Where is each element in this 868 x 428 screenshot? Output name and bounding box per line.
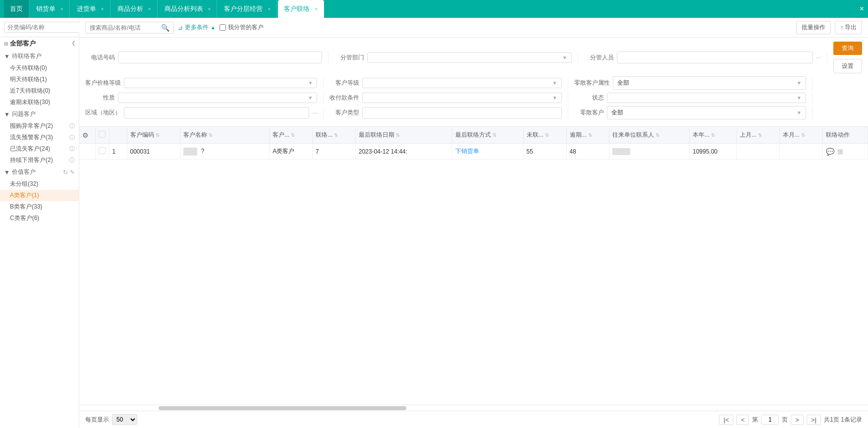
- sort-customer-name[interactable]: 客户名称 ⇅: [183, 131, 266, 139]
- filter-customer-level-select[interactable]: ▼: [362, 78, 561, 88]
- sidebar-item-today-pending[interactable]: 今天待联络(0): [0, 62, 79, 74]
- nav-tab-customer-segment[interactable]: 客户分层经营 ×: [218, 0, 277, 18]
- sort-last-month[interactable]: 上月... ⇅: [740, 131, 776, 139]
- filter-customer-type-input[interactable]: [362, 107, 561, 119]
- query-button[interactable]: 查询: [833, 42, 862, 55]
- sidebar-group-pending[interactable]: ▼ 待联络客户: [0, 50, 79, 62]
- main-search-icon[interactable]: 🔍: [161, 24, 169, 32]
- last-contact-method-link[interactable]: 下销货单: [455, 148, 479, 155]
- first-page-button[interactable]: |<: [719, 415, 733, 425]
- sidebar-group-value[interactable]: ▼ 价值客户 ↻ ✎: [0, 166, 79, 178]
- sidebar-item-hoarding-abnormal[interactable]: 囤购异常客户(2) ⓘ: [0, 120, 79, 132]
- scrollbar-thumb[interactable]: [159, 406, 406, 410]
- close-all-tabs-button[interactable]: ×: [860, 4, 864, 13]
- total-info: 共1页 1条记录: [824, 416, 862, 424]
- filter-retail-customer-select[interactable]: 全部 ▼: [607, 106, 806, 119]
- sort-last-contact-date[interactable]: 最后联络日期 ⇅: [359, 131, 449, 139]
- th-last-contact-date-label: 最后联络日期: [359, 131, 394, 139]
- customer-code-value: 000031: [130, 148, 150, 155]
- chevron-down-icon-5: ▼: [552, 95, 557, 101]
- export-button[interactable]: ↑ 导出: [835, 21, 862, 34]
- settings-button[interactable]: 设置: [833, 59, 862, 73]
- nav-tab-sales[interactable]: 销货单 ×: [30, 0, 70, 18]
- chat-icon[interactable]: 💬: [826, 148, 834, 156]
- sort-this-month[interactable]: 本月... ⇅: [783, 131, 819, 139]
- filter-price-level-select[interactable]: ▼: [124, 78, 317, 88]
- sidebar-item-churned[interactable]: 已流失客户(24) ⓘ: [0, 143, 79, 155]
- sidebar-search-input[interactable]: [4, 22, 85, 33]
- nav-tab-customer-contact[interactable]: 客户联络 ×: [278, 0, 324, 18]
- sort-no-contact[interactable]: 未联... ⇅: [527, 131, 563, 139]
- grid-icon[interactable]: ⊞: [837, 148, 843, 156]
- batch-operation-button[interactable]: 批量操作: [796, 21, 831, 34]
- last-page-button[interactable]: >|: [807, 415, 821, 425]
- sidebar-all-customers-label: 全部客户: [10, 39, 36, 48]
- nav-tab-product-list[interactable]: 商品分析列表 ×: [159, 0, 217, 18]
- filter-payment: 收付款条件 ▼: [324, 93, 568, 103]
- sidebar-item-week-pending[interactable]: 近7天待联络(0): [0, 85, 79, 97]
- filter-region-dots[interactable]: ···: [312, 109, 317, 116]
- filter-region-input[interactable]: [124, 107, 309, 119]
- filter-payment-select[interactable]: ▼: [362, 93, 561, 103]
- td-last-contact-method: 下销货单: [452, 144, 523, 160]
- sort-this-year[interactable]: 本年... ⇅: [693, 131, 733, 139]
- main-search-input[interactable]: [90, 24, 159, 31]
- nav-tab-purchase[interactable]: 进货单 ×: [71, 0, 110, 18]
- sidebar-item-tomorrow-pending[interactable]: 明天待联络(1): [0, 74, 79, 85]
- sort-overdue[interactable]: 逾期... ⇅: [570, 131, 606, 139]
- page-size-label: 每页显示: [85, 416, 109, 424]
- more-filters-button[interactable]: ⊿ 更多条件 ▲: [178, 23, 216, 32]
- nav-tab-home[interactable]: 首页: [4, 0, 29, 18]
- filter-row-2: 客户价格等级 ▼ 客户等级 ▼ 零散客户属性 全部: [85, 76, 862, 90]
- table-settings-icon[interactable]: ⚙: [82, 131, 89, 139]
- th-last-contact-method: 最后联络方式 ⇅: [452, 127, 523, 144]
- nav-tab-customer-segment-close[interactable]: ×: [268, 6, 271, 12]
- nav-tab-product-list-close[interactable]: ×: [208, 6, 211, 12]
- filter-manager-dots[interactable]: ···: [816, 54, 821, 61]
- sidebar-item-declining[interactable]: 持续下滑客户(2) ⓘ: [0, 155, 79, 166]
- filter-icon: ⊿: [178, 24, 183, 31]
- filter-dept-select[interactable]: ▼: [367, 53, 571, 63]
- sidebar-item-churn-warning[interactable]: 流失预警客户(3) ⓘ: [0, 132, 79, 143]
- sidebar-item-overdue-contact[interactable]: 逾期未联络(30): [0, 97, 79, 108]
- sort-unit-contact[interactable]: 往来单位联系人 ⇅: [612, 131, 686, 139]
- sidebar-item-c-class[interactable]: C类客户(6): [0, 213, 79, 224]
- sidebar-value-edit-icon[interactable]: ✎: [70, 169, 75, 176]
- th-last-contact-date: 最后联络日期 ⇅: [355, 127, 452, 144]
- filter-nature-select[interactable]: ▼: [118, 93, 317, 103]
- filter-status-select[interactable]: ▼: [607, 93, 806, 103]
- nav-tab-sales-close[interactable]: ×: [60, 6, 63, 12]
- page-size-select[interactable]: 50 10 20 100: [112, 414, 137, 425]
- nav-tab-customer-contact-close[interactable]: ×: [315, 6, 318, 12]
- sidebar-value-refresh-icon[interactable]: ↻: [63, 169, 68, 176]
- contact-info-value: 7: [316, 148, 319, 155]
- filter-status: 状态 ▼: [568, 93, 813, 103]
- filter-customer-level-label: 客户等级: [329, 79, 359, 87]
- sort-contact-info[interactable]: 联络... ⇅: [316, 131, 352, 139]
- horizontal-scrollbar[interactable]: [79, 405, 868, 411]
- filter-retail-attr-select[interactable]: 全部 ▼: [613, 76, 806, 90]
- nav-tab-product-analysis[interactable]: 商品分析 ×: [111, 0, 158, 18]
- sidebar-item-b-class[interactable]: B类客户(33): [0, 201, 79, 213]
- sort-last-contact-method[interactable]: 最后联络方式 ⇅: [455, 131, 520, 139]
- filter-manager-input[interactable]: [617, 52, 813, 63]
- sidebar-collapse-button[interactable]: 《: [69, 40, 75, 48]
- next-page-button[interactable]: >: [791, 415, 804, 425]
- table-select-all-checkbox[interactable]: [99, 131, 106, 138]
- row-checkbox[interactable]: [99, 147, 106, 154]
- nav-tab-purchase-close[interactable]: ×: [101, 6, 104, 12]
- customer-table: ⚙ 客户编码 ⇅: [79, 127, 868, 160]
- sidebar-group-problem[interactable]: ▼ 问题客户: [0, 108, 79, 120]
- filter-phone-input[interactable]: [118, 52, 322, 63]
- td-no-contact: 55: [523, 144, 566, 160]
- sort-customer-type[interactable]: 客户... ⇅: [272, 131, 309, 139]
- sidebar-item-ungrouped[interactable]: 未分组(32): [0, 178, 79, 190]
- sidebar-item-a-class[interactable]: A类客户(1): [0, 190, 79, 201]
- th-customer-code: 客户编码 ⇅: [127, 127, 180, 144]
- prev-page-button[interactable]: <: [736, 415, 749, 425]
- nav-tab-product-analysis-close[interactable]: ×: [148, 6, 151, 12]
- my-customers-checkbox[interactable]: [219, 24, 226, 31]
- page-number-input[interactable]: [761, 415, 779, 425]
- table-header-row: ⚙ 客户编码 ⇅: [79, 127, 868, 144]
- sort-customer-code[interactable]: 客户编码 ⇅: [130, 131, 177, 139]
